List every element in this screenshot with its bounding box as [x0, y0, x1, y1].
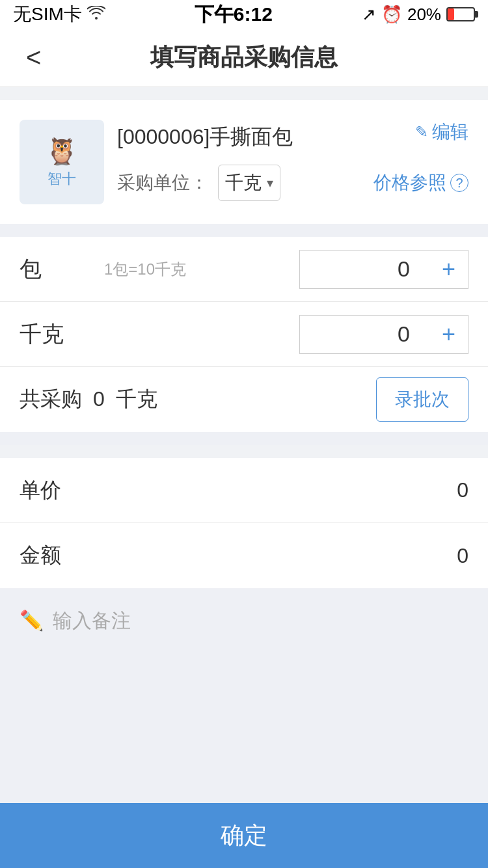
status-time: 下午6:12	[195, 1, 273, 28]
edit-button[interactable]: ✎ 编辑	[415, 120, 468, 144]
kg-plus-button[interactable]: +	[429, 315, 468, 354]
product-image: 🦉 智十	[20, 120, 104, 204]
location-icon: ↗	[362, 5, 376, 25]
record-batch-button[interactable]: 录批次	[376, 377, 468, 422]
unit-select[interactable]: 千克 ▾	[218, 165, 280, 201]
summary-prefix: 共采购	[20, 387, 82, 411]
nav-bar: < 填写商品采购信息	[0, 29, 488, 87]
unit-price-label: 单价	[20, 476, 457, 505]
edit-label: 编辑	[432, 120, 468, 144]
alarm-icon: ⏰	[381, 5, 402, 25]
confirm-button[interactable]: 确定	[0, 803, 488, 868]
summary-text: 共采购 0 千克	[20, 385, 376, 414]
bag-input-row: 包 1包=10千克 +	[0, 237, 488, 302]
product-card: 🦉 智十 [0000006]手撕面包 采购单位： 千克 ▾ 价格参照 ? ✎ 编…	[0, 100, 488, 224]
amount-label: 金额	[20, 541, 457, 570]
input-section: 包 1包=10千克 + 千克 +	[0, 237, 488, 367]
kg-qty-input[interactable]	[299, 315, 429, 354]
summary-row: 共采购 0 千克 录批次	[0, 367, 488, 432]
unit-price-row: 单价 0	[0, 458, 488, 523]
section-divider-2	[0, 432, 488, 445]
product-logo-text: 智十	[47, 169, 76, 189]
kg-label: 千克	[20, 319, 98, 349]
amount-row: 金额 0	[0, 523, 488, 588]
summary-unit: 千克	[116, 387, 157, 411]
amount-value: 0	[457, 544, 468, 568]
remark-placeholder: 输入备注	[53, 608, 131, 634]
status-bar: 无SIM卡 下午6:12 ↗ ⏰ 20%	[0, 0, 488, 29]
battery-percent: 20%	[407, 5, 441, 25]
remark-area[interactable]: ✏️ 输入备注	[0, 588, 488, 692]
edit-icon: ✎	[415, 123, 428, 141]
wifi-icon	[87, 4, 105, 25]
price-ref-help-icon: ?	[450, 174, 468, 192]
bag-qty-wrapper: +	[299, 250, 468, 289]
price-ref-label: 价格参照	[373, 170, 446, 195]
bag-hint: 1包=10千克	[104, 259, 186, 280]
price-ref-button[interactable]: 价格参照 ?	[373, 170, 468, 195]
carrier-text: 无SIM卡	[13, 2, 82, 27]
bag-qty-input[interactable]	[299, 250, 429, 289]
unit-price-value: 0	[457, 478, 468, 502]
status-left: 无SIM卡	[13, 2, 105, 27]
kg-qty-wrapper: +	[299, 315, 468, 354]
unit-value: 千克	[225, 170, 262, 195]
summary-amount: 0	[93, 387, 105, 411]
unit-label: 采购单位：	[117, 170, 208, 195]
dropdown-arrow-icon: ▾	[267, 175, 273, 191]
section-divider-1	[0, 224, 488, 237]
bag-label: 包	[20, 254, 98, 284]
product-unit-row: 采购单位： 千克 ▾ 价格参照 ?	[117, 165, 468, 201]
battery-icon	[446, 7, 475, 21]
pencil-icon: ✏️	[20, 609, 44, 632]
kg-input-row: 千克 +	[0, 302, 488, 367]
back-button[interactable]: <	[20, 36, 47, 79]
page-title: 填写商品采购信息	[150, 42, 338, 74]
status-right: ↗ ⏰ 20%	[362, 5, 475, 25]
bag-plus-button[interactable]: +	[429, 250, 468, 289]
product-logo-icon: 🦉	[46, 136, 78, 167]
price-amount-section: 单价 0 金额 0	[0, 458, 488, 588]
